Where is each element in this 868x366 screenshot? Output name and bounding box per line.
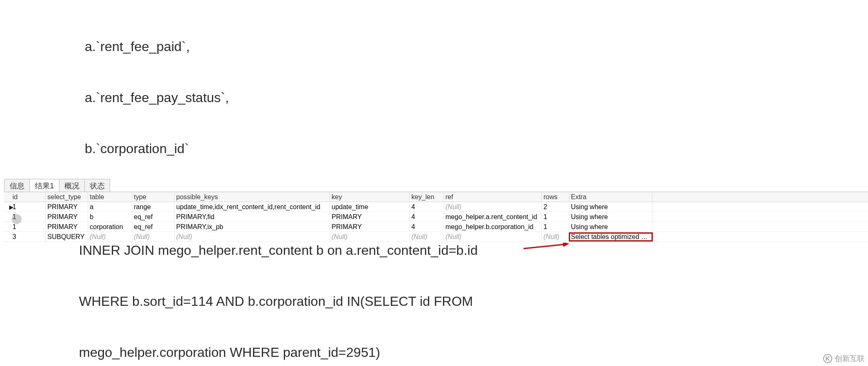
cell: 3 — [4, 233, 46, 241]
cell: PRIMARY — [46, 223, 88, 231]
cell: 1 — [4, 223, 46, 231]
cell: 4 — [410, 203, 444, 211]
col-header-type[interactable]: type — [132, 193, 175, 201]
sql-line: WHERE b.sort_id=114 AND b.corporation_id… — [79, 293, 868, 310]
sql-line: INNER JOIN mego_helper.rent_content b on… — [79, 242, 868, 259]
cell: mego_helper.a.rent_content_id — [444, 213, 542, 221]
col-header-table[interactable]: table — [88, 193, 132, 201]
col-header-extra[interactable]: Extra — [569, 193, 652, 201]
col-header-possible-keys[interactable]: possible_keys — [175, 193, 330, 201]
result-tabs: 信息 结果1 概况 状态 — [4, 179, 868, 192]
sql-line: a.`rent_fee_paid`, — [79, 38, 868, 55]
table-row[interactable]: 1PRIMARYbeq_refPRIMARY,fidPRIMARY4mego_h… — [4, 212, 868, 222]
cell-extra-highlighted: Select tables optimized away — [569, 233, 652, 241]
cell: update_time — [330, 203, 410, 211]
cell: 1 — [542, 213, 569, 221]
explain-grid[interactable]: id select_type table type possible_keys … — [4, 192, 868, 242]
grid-header-row: id select_type table type possible_keys … — [4, 192, 868, 202]
results-panel: 信息 结果1 概况 状态 id select_type table type p… — [4, 179, 868, 242]
sql-line: mego_helper.corporation WHERE parent_id=… — [79, 344, 868, 361]
cell: 1 — [4, 213, 46, 221]
cell: eq_ref — [132, 213, 175, 221]
watermark-logo-icon: K — [823, 354, 832, 363]
svg-marker-1 — [563, 243, 569, 247]
current-row-marker-icon: ▶ — [9, 204, 14, 210]
cell: SUBQUERY — [46, 233, 88, 241]
cell: Using where — [569, 203, 652, 211]
cell: 1 — [542, 223, 569, 231]
cell: PRIMARY — [330, 213, 410, 221]
cell: PRIMARY — [46, 213, 88, 221]
cell: eq_ref — [132, 223, 175, 231]
table-row[interactable]: 1PRIMARYcorporationeq_refPRIMARY,ix_pbPR… — [4, 222, 868, 232]
sql-line: a.`rent_fee_pay_status`, — [79, 89, 868, 106]
col-header-select-type[interactable]: select_type — [46, 193, 88, 201]
cell: 4 — [410, 213, 444, 221]
tab-profile[interactable]: 概况 — [59, 179, 85, 192]
tab-status[interactable]: 状态 — [84, 179, 110, 192]
cell: Using where — [569, 213, 652, 221]
table-row[interactable]: ▶1PRIMARYarangeupdate_time,idx_rent_cont… — [4, 202, 868, 212]
cell: (Null) — [444, 203, 542, 211]
cell: PRIMARY — [330, 223, 410, 231]
watermark-text: 创新互联 — [835, 354, 865, 364]
cell: b — [88, 213, 132, 221]
cell: mego_helper.b.corporation_id — [444, 223, 542, 231]
annotation-arrow-icon — [524, 243, 569, 249]
tab-result1[interactable]: 结果1 — [30, 179, 59, 192]
table-row[interactable]: 3SUBQUERY(Null)(Null)(Null)(Null)(Null)(… — [4, 232, 868, 242]
cell: PRIMARY,fid — [175, 213, 330, 221]
cell: (Null) — [132, 233, 175, 241]
tab-info[interactable]: 信息 — [4, 179, 30, 192]
cell: 4 — [410, 223, 444, 231]
col-header-key[interactable]: key — [330, 193, 410, 201]
cell: PRIMARY,ix_pb — [175, 223, 330, 231]
cell: (Null) — [444, 233, 542, 241]
col-header-ref[interactable]: ref — [444, 193, 542, 201]
cell: (Null) — [330, 233, 410, 241]
cell: (Null) — [410, 233, 444, 241]
cell: corporation — [88, 223, 132, 231]
cell: 2 — [542, 203, 569, 211]
watermark: K 创新互联 — [823, 354, 865, 364]
col-header-key-len[interactable]: key_len — [410, 193, 444, 201]
mouse-cursor-indicator — [12, 214, 22, 224]
cell: (Null) — [88, 233, 132, 241]
col-header-id[interactable]: id — [4, 193, 46, 201]
sql-line: b.`corporation_id` — [79, 140, 868, 157]
cell: Using where — [569, 223, 652, 231]
cell: (Null) — [175, 233, 330, 241]
cell: a — [88, 203, 132, 211]
cell: update_time,idx_rent_content_id,rent_con… — [175, 203, 330, 211]
svg-line-0 — [524, 244, 564, 249]
col-header-rows[interactable]: rows — [542, 193, 569, 201]
cell: PRIMARY — [46, 203, 88, 211]
cell: range — [132, 203, 175, 211]
cell: (Null) — [542, 233, 569, 241]
